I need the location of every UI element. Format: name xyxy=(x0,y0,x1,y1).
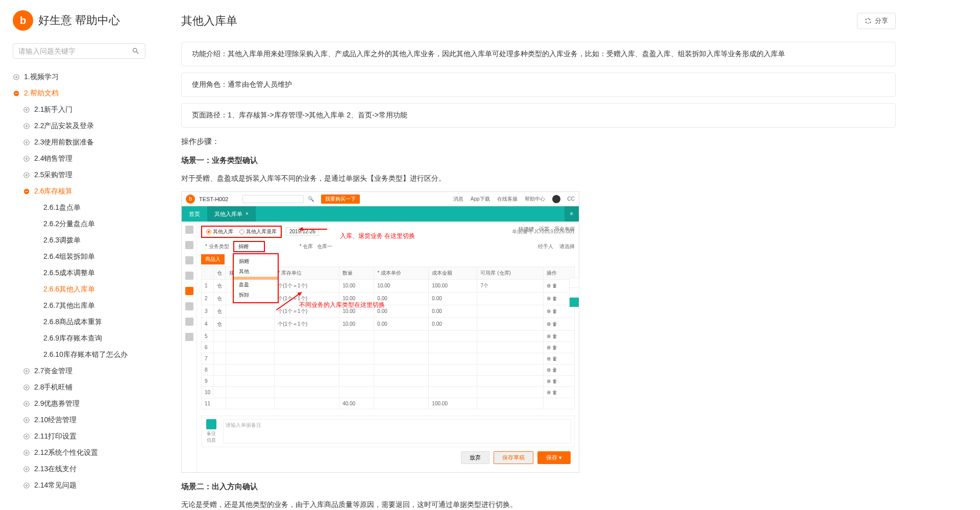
embedded-screenshot: b TEST-H002 🔍 我要购买一下 消息 App下载 在线客服 帮助中心 … xyxy=(181,191,579,473)
role-box: 使用角色：通常由仓管人员维护 xyxy=(181,72,896,97)
intro-text: 其他入库单用来处理除采购入库、产成品入库之外的其他入库业务，因此其他入库单可处理… xyxy=(228,50,785,58)
search-box[interactable] xyxy=(13,43,145,59)
ss-side-action-icon[interactable] xyxy=(569,287,579,298)
nav-item[interactable]: 2.4销售管理 xyxy=(13,151,145,167)
nav-item[interactable]: 2.6.9库存账本查询 xyxy=(13,330,145,347)
nav-item[interactable]: 2.14常见问题 xyxy=(13,477,145,494)
nav-item[interactable]: 2.8手机旺铺 xyxy=(13,379,145,396)
path-box: 页面路径：1、库存核算->库存管理->其他入库单 2、首页->常用功能 xyxy=(181,103,896,128)
ss-buy-button[interactable]: 我要购买一下 xyxy=(321,195,360,204)
nav-item[interactable]: 2.6.10库存账本错了怎么办 xyxy=(13,347,145,363)
ss-toplink-3[interactable]: 帮助中心 xyxy=(525,196,545,203)
nav-item[interactable]: 2.3使用前数据准备 xyxy=(13,134,145,151)
ss-tab-home[interactable]: 首页 xyxy=(182,206,207,222)
ss-memo-input[interactable]: 请输入单据备注 xyxy=(223,419,571,444)
nav-item[interactable]: 1.视频学习 xyxy=(13,69,145,85)
nav-item[interactable]: 2.1新手入门 xyxy=(13,102,145,118)
nav-item[interactable]: 2.12系统个性化设置 xyxy=(13,445,145,461)
brand-header: b 好生意 帮助中心 xyxy=(13,10,145,31)
share-button[interactable]: 分享 xyxy=(857,13,896,29)
ss-tab-current[interactable]: 其他入库单× xyxy=(207,206,256,222)
table-row[interactable]: 8⊕ 🗑 xyxy=(202,364,575,375)
ss-side-action-icon[interactable] xyxy=(569,278,579,288)
ss-sidenav-icon[interactable] xyxy=(185,226,193,234)
nav-item[interactable]: 2.6.2分量盘点单 xyxy=(13,216,145,232)
ss-avatar-icon[interactable] xyxy=(552,195,560,203)
ss-search-input[interactable] xyxy=(242,195,304,203)
nav-label: 2.11打印设置 xyxy=(34,432,77,441)
steps-heading: 操作步骤： xyxy=(181,137,896,147)
ss-dropdown-item[interactable]: 盘盈 xyxy=(234,280,278,290)
scene1-title: 场景一：业务类型确认 xyxy=(181,156,896,165)
nav-item[interactable]: 2.13在线支付 xyxy=(13,461,145,477)
ss-save-button[interactable]: 保存 ▾ xyxy=(537,451,571,464)
plus-icon xyxy=(23,172,30,179)
ss-sidenav-icon[interactable] xyxy=(185,302,193,310)
ss-dropdown-item[interactable]: 其他 xyxy=(234,266,278,277)
ss-warehouse-value[interactable]: 仓库一 xyxy=(317,243,332,250)
ss-dropdown-item[interactable]: 拆卸 xyxy=(234,290,278,300)
nav-item[interactable]: 2.10经营管理 xyxy=(13,412,145,428)
sidebar: b 好生意 帮助中心 1.视频学习2.帮助文档2.1新手入门2.2产品安装及登录… xyxy=(0,0,158,510)
nav-label: 2.6.9库存账本查询 xyxy=(43,334,102,343)
ss-sidenav-icon[interactable] xyxy=(185,287,193,295)
ss-sidenav-icon[interactable] xyxy=(185,256,193,264)
nav-label: 2.8手机旺铺 xyxy=(34,383,72,392)
ss-toplink-2[interactable]: 在线客服 xyxy=(497,196,518,203)
ss-biztype-label: * 业务类型 xyxy=(205,243,229,250)
minus-icon xyxy=(23,188,30,195)
ss-tool-shortcut[interactable]: 快捷键 xyxy=(519,226,534,233)
nav-item[interactable]: 2.6.4组装拆卸单 xyxy=(13,249,145,265)
table-totals-row: 1140.00100.00 xyxy=(202,398,575,409)
nav-item[interactable]: 2.6库存核算 xyxy=(13,183,145,200)
ss-side-action-icon[interactable] xyxy=(569,297,579,307)
table-row[interactable]: 9⊕ 🗑 xyxy=(202,375,575,386)
main-content: 其他入库单 分享 功能介绍：其他入库单用来处理除采购入库、产成品入库之外的其他入… xyxy=(158,0,919,510)
ss-type-radio-group[interactable]: 其他入库 其他入库退库 xyxy=(201,226,282,238)
ss-dropdown-item[interactable]: 捐赠 xyxy=(234,256,278,266)
ss-biztype-dropdown[interactable]: 捐赠 其他 盘盈 拆卸 xyxy=(233,253,279,303)
close-icon[interactable]: × xyxy=(246,206,249,222)
radio-icon xyxy=(239,229,244,234)
nav-item[interactable]: 2.6.6其他入库单 xyxy=(13,281,145,298)
nav-item[interactable]: 2.6.8商品成本重算 xyxy=(13,314,145,330)
nav-item[interactable]: 2.5采购管理 xyxy=(13,167,145,183)
plus-icon xyxy=(13,74,20,81)
nav-item[interactable]: 2.6.3调拨单 xyxy=(13,232,145,249)
plus-icon xyxy=(23,449,30,456)
table-row[interactable]: 7⊕ 🗑 xyxy=(202,353,575,364)
ss-handler-value[interactable]: 请选择 xyxy=(559,243,575,250)
ss-tool-history[interactable]: 历史单据 xyxy=(554,226,575,233)
ss-cancel-button[interactable]: 放弃 xyxy=(461,451,489,464)
search-input[interactable] xyxy=(18,47,132,55)
ss-draft-button[interactable]: 保存草稿 xyxy=(494,451,533,464)
nav-item[interactable]: 2.6.1盘点单 xyxy=(13,200,145,216)
ss-tool-settings[interactable]: 设置 xyxy=(539,226,549,233)
nav-item[interactable]: 2.6.5成本调整单 xyxy=(13,265,145,281)
ss-sidenav-icon[interactable] xyxy=(185,272,193,280)
nav-item[interactable]: 2.6.7其他出库单 xyxy=(13,298,145,314)
nav-item[interactable]: 2.11打印设置 xyxy=(13,428,145,445)
brand-name: 好生意 帮助中心 xyxy=(38,13,120,28)
ss-toplink-0[interactable]: 消息 xyxy=(453,196,463,203)
nav-item[interactable]: 2.帮助文档 xyxy=(13,85,145,102)
nav-item[interactable]: 2.2产品安装及登录 xyxy=(13,118,145,134)
table-row[interactable]: 5⊕ 🗑 xyxy=(202,330,575,342)
ss-sidenav-icon[interactable] xyxy=(185,318,193,326)
ss-sidenav-icon[interactable] xyxy=(185,241,193,249)
ss-biztype-select[interactable]: 捐赠 xyxy=(233,241,265,252)
table-row[interactable]: 10⊕ 🗑 xyxy=(202,386,575,398)
nav-label: 2.6库存核算 xyxy=(34,187,72,196)
table-row[interactable]: 3仓个(1个＝1个)10.000.000.00⊕ 🗑 xyxy=(202,305,575,318)
plus-icon xyxy=(23,384,30,391)
table-row[interactable]: 6⊕ 🗑 xyxy=(202,342,575,353)
share-icon xyxy=(865,17,872,25)
ss-toplink-1[interactable]: App下载 xyxy=(471,196,490,203)
ss-tabs-collapse-icon[interactable]: ≡ xyxy=(565,206,579,222)
nav-label: 2.6.5成本调整单 xyxy=(43,269,95,278)
table-row[interactable]: 4仓个(1个＝1个)10.000.000.00⊕ 🗑 xyxy=(202,318,575,330)
nav-item[interactable]: 2.7资金管理 xyxy=(13,363,145,379)
ss-sidenav-icon[interactable] xyxy=(185,333,193,341)
nav-item[interactable]: 2.9优惠券管理 xyxy=(13,396,145,412)
ss-table-tab[interactable]: 商品入 xyxy=(201,254,225,264)
